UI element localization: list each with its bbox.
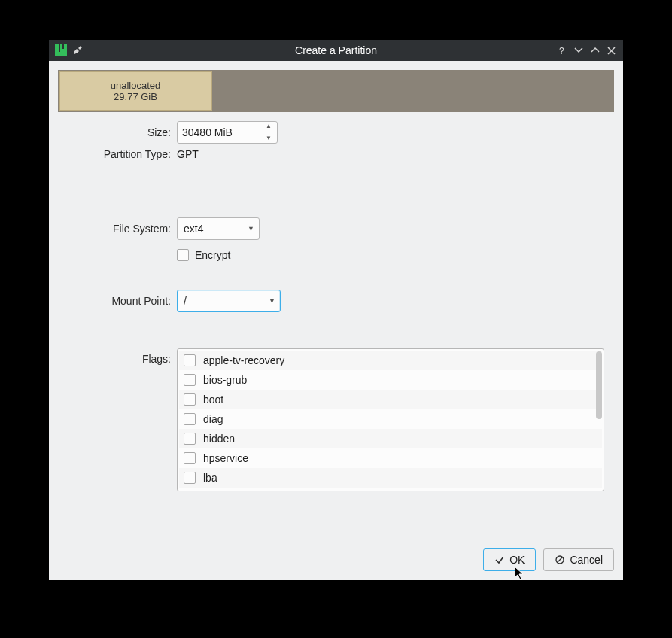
size-input[interactable] (182, 126, 272, 138)
svg-line-2 (558, 557, 563, 563)
ok-button[interactable]: OK (483, 548, 536, 571)
mountpoint-input[interactable] (184, 295, 274, 307)
encrypt-label: Encrypt (195, 249, 230, 261)
flag-item[interactable]: hpservice (179, 448, 602, 468)
titlebar: Create a Partition ? (49, 40, 623, 61)
size-spinbox[interactable]: ▲ ▼ (177, 121, 278, 144)
flag-checkbox[interactable] (184, 374, 196, 386)
flag-item[interactable]: diag (179, 409, 602, 429)
flag-label: apple-tv-recovery (203, 354, 284, 366)
filesystem-value: ext4 (184, 223, 203, 235)
dialog-create-partition: Create a Partition ? unallocated 29.77 G… (49, 40, 623, 580)
flag-checkbox[interactable] (184, 354, 196, 366)
flag-checkbox[interactable] (184, 413, 196, 425)
spin-down-icon[interactable]: ▼ (266, 135, 272, 141)
flag-label: bios-grub (203, 374, 247, 386)
flags-listbox[interactable]: apple-tv-recoverybios-grubbootdiaghidden… (177, 348, 604, 491)
app-logo-icon (55, 44, 67, 56)
chevron-down-icon: ▼ (248, 225, 254, 232)
chevron-up-icon[interactable] (591, 46, 600, 55)
label-partition-type: Partition Type: (58, 148, 177, 160)
partition-unallocated[interactable]: unallocated 29.77 GiB (59, 71, 212, 111)
ok-label: OK (509, 554, 525, 566)
flag-checkbox[interactable] (184, 393, 196, 406)
scrollbar-thumb[interactable] (596, 351, 602, 419)
partition-bar: unallocated 29.77 GiB (58, 70, 614, 112)
cancel-icon (555, 554, 565, 565)
flag-item[interactable]: boot (179, 390, 602, 409)
label-mountpoint: Mount Point: (58, 295, 177, 307)
flag-checkbox[interactable] (184, 452, 196, 464)
flag-item[interactable]: lba (179, 468, 602, 488)
window-title: Create a Partition (49, 44, 623, 56)
filesystem-combo[interactable]: ext4 ▼ (177, 217, 260, 240)
label-filesystem: File System: (58, 223, 177, 235)
close-icon[interactable] (607, 47, 616, 55)
cancel-label: Cancel (570, 554, 603, 566)
encrypt-checkbox[interactable] (177, 249, 189, 261)
flag-item[interactable]: hidden (179, 429, 602, 448)
label-flags: Flags: (58, 348, 177, 365)
flag-label: diag (203, 413, 223, 425)
help-icon[interactable]: ? (557, 46, 567, 56)
chevron-down-icon[interactable] (574, 46, 583, 55)
spin-up-icon[interactable]: ▲ (266, 123, 272, 129)
svg-text:?: ? (559, 46, 564, 56)
chevron-down-icon: ▼ (269, 297, 275, 305)
mountpoint-combo[interactable]: ▼ (177, 290, 281, 312)
partition-size: 29.77 GiB (114, 91, 157, 102)
flag-item[interactable]: apple-tv-recovery (179, 351, 602, 370)
check-icon (494, 554, 505, 565)
flag-label: hidden (203, 433, 235, 445)
flag-checkbox[interactable] (184, 433, 196, 445)
flag-label: lba (203, 472, 217, 484)
partition-label: unallocated (111, 80, 161, 91)
flag-item[interactable]: bios-grub (179, 370, 602, 390)
partition-type-value: GPT (177, 148, 199, 160)
pin-icon[interactable] (73, 46, 82, 55)
partition-remainder (212, 71, 613, 111)
flag-label: boot (203, 393, 223, 406)
cancel-button[interactable]: Cancel (543, 548, 614, 571)
label-size: Size: (58, 126, 177, 138)
flag-label: hpservice (203, 452, 248, 464)
flag-checkbox[interactable] (184, 472, 196, 484)
